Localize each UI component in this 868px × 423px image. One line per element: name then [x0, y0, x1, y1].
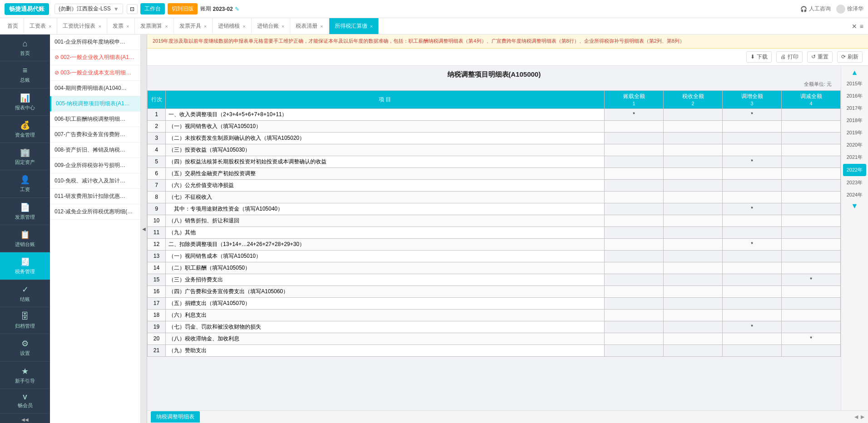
- scroll-right-icon[interactable]: ▶: [861, 414, 864, 420]
- subsidebar-001[interactable]: 001-企业所得税年度纳税申…: [50, 34, 140, 50]
- cell-label[interactable]: 一、收入类调整项目（2+3+4+5+6+7+8+10+11）: [166, 108, 605, 120]
- cell-f[interactable]: [782, 179, 841, 191]
- cell-f[interactable]: [782, 156, 841, 167]
- cell-d[interactable]: [664, 309, 723, 321]
- cell-e[interactable]: [723, 274, 782, 285]
- cell-e[interactable]: [723, 297, 782, 309]
- cell-d[interactable]: [664, 144, 723, 156]
- cell-f[interactable]: *: [782, 333, 841, 344]
- cell-e[interactable]: [723, 344, 782, 356]
- cell-e[interactable]: [723, 285, 782, 297]
- workbench-btn[interactable]: 工作台: [140, 3, 165, 15]
- cell-f[interactable]: [782, 285, 841, 297]
- subsidebar-004[interactable]: 004-期间费用明细表(A1040…: [50, 81, 140, 96]
- sidebar-item-purchase-sales[interactable]: 📋 进销台账: [0, 225, 50, 252]
- cell-e[interactable]: [723, 132, 782, 144]
- sidebar-item-invoice-mgmt[interactable]: 📄 发票管理: [0, 198, 50, 225]
- download-btn[interactable]: ⬇ 下载: [746, 51, 772, 63]
- cell-c[interactable]: [605, 167, 664, 179]
- sidebar-item-settings[interactable]: ⚙ 设置: [0, 334, 50, 361]
- sidebar-item-asset-mgmt[interactable]: 💰 资金管理: [0, 116, 50, 143]
- copy-btn[interactable]: ⊡: [127, 4, 138, 14]
- cell-f[interactable]: [782, 108, 841, 120]
- cell-label[interactable]: （九）赞助支出: [166, 344, 605, 356]
- cell-label[interactable]: （七）不征税收入: [166, 191, 605, 203]
- year-up-btn[interactable]: ▲: [850, 68, 859, 78]
- cell-f[interactable]: [782, 203, 841, 215]
- year-2019[interactable]: 2019年: [841, 127, 868, 139]
- cell-d[interactable]: [664, 274, 723, 285]
- sidebar-item-report[interactable]: 📊 报表中心: [0, 89, 50, 116]
- cell-d[interactable]: [664, 344, 723, 356]
- subsidebar-011[interactable]: 011-研发费用加计扣除优惠…: [50, 189, 140, 204]
- cell-e[interactable]: *: [723, 238, 782, 250]
- cell-label[interactable]: （四）按权益法核算长期股权投资对初始投资成本调整确认的收益: [166, 156, 605, 167]
- cell-label[interactable]: （九）其他: [166, 226, 605, 238]
- cell-c[interactable]: [605, 250, 664, 262]
- cell-d[interactable]: [664, 250, 723, 262]
- refresh-btn[interactable]: ⟳ 刷新: [837, 51, 863, 63]
- year-2020[interactable]: 2020年: [841, 139, 868, 151]
- subsidebar-010[interactable]: 010-免税、减计收入及加计…: [50, 173, 140, 189]
- year-2016[interactable]: 2016年: [841, 90, 868, 102]
- cell-d[interactable]: [664, 238, 723, 250]
- cell-label[interactable]: （四）广告费和业务宣传费支出（填写A105060）: [166, 285, 605, 297]
- cell-d[interactable]: [664, 156, 723, 167]
- tab-close-payroll-report[interactable]: ×: [98, 24, 101, 29]
- subsidebar-002[interactable]: ⊘ 002-一般企业收入明细表(A1…: [50, 50, 140, 65]
- year-2015[interactable]: 2015年: [841, 78, 868, 90]
- cell-f[interactable]: [782, 250, 841, 262]
- cell-e[interactable]: [723, 262, 782, 274]
- sidebar-item-guide[interactable]: ★ 新手引导: [0, 362, 50, 389]
- cell-c[interactable]: [605, 120, 664, 132]
- pin-toggle[interactable]: ◀◀ 取消固定: [0, 413, 50, 423]
- tab-invoice-calc[interactable]: 发票测算 ×: [135, 18, 174, 34]
- tab-payroll-report[interactable]: 工资统计报表 ×: [57, 18, 107, 34]
- cell-f[interactable]: [782, 262, 841, 274]
- tab-tax-list[interactable]: 税表清册 ×: [290, 18, 329, 34]
- reset-btn[interactable]: ↺ 重置: [807, 51, 833, 63]
- cell-e[interactable]: *: [723, 203, 782, 215]
- cell-f[interactable]: [782, 191, 841, 203]
- tab-close-tax-list[interactable]: ×: [320, 24, 323, 29]
- cell-f[interactable]: [782, 309, 841, 321]
- tab-close-payroll[interactable]: ×: [49, 24, 51, 29]
- cell-c[interactable]: [605, 132, 664, 144]
- year-2021[interactable]: 2021年: [841, 151, 868, 163]
- tab-invoice-issue[interactable]: 发票开具 ×: [174, 18, 213, 34]
- cell-d[interactable]: [664, 179, 723, 191]
- cell-label[interactable]: （八）销售折扣、折让和退回: [166, 215, 605, 226]
- subsidebar-003[interactable]: ⊘ 003-一般企业成本支出明细…: [50, 65, 140, 81]
- cell-e[interactable]: [723, 191, 782, 203]
- cell-c[interactable]: [605, 344, 664, 356]
- cell-d[interactable]: [664, 226, 723, 238]
- cell-label[interactable]: 二、扣除类调整项目（13+14+…24+26+27+28+29+30）: [166, 238, 605, 250]
- subsidebar-012[interactable]: 012-减免企业所得税优惠明细(…: [50, 204, 140, 220]
- cell-e[interactable]: [723, 215, 782, 226]
- cell-e[interactable]: [723, 179, 782, 191]
- year-2017[interactable]: 2017年: [841, 102, 868, 114]
- cell-c[interactable]: [605, 144, 664, 156]
- cell-c[interactable]: [605, 321, 664, 333]
- sidebar-item-settle[interactable]: ✓ 结账: [0, 280, 50, 307]
- year-2018[interactable]: 2018年: [841, 114, 868, 127]
- tab-close-invoice-calc[interactable]: ×: [165, 24, 168, 29]
- tab-invoice[interactable]: 发票 ×: [107, 18, 135, 34]
- service-btn[interactable]: 🎧 人工咨询: [800, 5, 831, 13]
- print-btn[interactable]: 🖨 打印: [776, 51, 803, 63]
- cell-d[interactable]: [664, 333, 723, 344]
- cell-f[interactable]: [782, 226, 841, 238]
- cell-c[interactable]: [605, 333, 664, 344]
- bottom-tab-item[interactable]: 纳税调整明细表: [151, 411, 200, 423]
- tab-purchase-check[interactable]: 进销稽核 ×: [213, 18, 251, 34]
- subsidebar-009[interactable]: 009-企业所得税弥补亏损明…: [50, 158, 140, 173]
- tab-close-all-btn[interactable]: ✕: [852, 23, 857, 30]
- subsidebar-008[interactable]: 008-资产折旧、摊销及纳税…: [50, 143, 140, 158]
- cell-e[interactable]: [723, 167, 782, 179]
- subsidebar-007[interactable]: 007-广告费和业务宣传费附…: [50, 127, 140, 143]
- tab-close-income-tax[interactable]: ×: [370, 24, 373, 29]
- tab-close-invoice-issue[interactable]: ×: [204, 24, 207, 29]
- cell-label[interactable]: （二）职工薪酬（填写A105050）: [166, 262, 605, 274]
- cell-d[interactable]: [664, 108, 723, 120]
- cell-c[interactable]: [605, 262, 664, 274]
